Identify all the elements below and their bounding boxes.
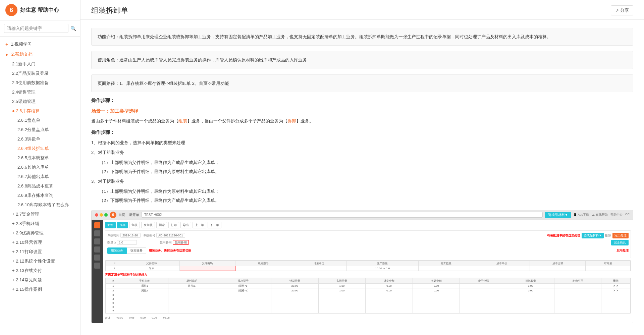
app-logo: 6 (5, 4, 17, 16)
screenshot-container: 6 自页 新开单 TEST-H002 选成品材料▼ 📱 App下载 ☁ 在线帮助… (91, 210, 633, 323)
step-2: 2、对于组装业务 (91, 149, 633, 156)
search-box[interactable]: 🔍 (0, 20, 80, 37)
ss-code-field: 单据编号 AD-20191226-001 (143, 233, 185, 238)
screenshot-new-tab-btn[interactable]: 选成品材料▼ (545, 212, 572, 218)
nav-label-docs: 2.帮助文档 (11, 51, 33, 57)
sidebar-item-stocktake[interactable]: 2.6.1盘点单 (0, 116, 80, 125)
ss-btn-new[interactable]: 新增 (105, 222, 116, 228)
ss-app-logo: 6 (110, 212, 116, 218)
sidebar-item-otherin[interactable]: 2.6.6其他入库单 (0, 163, 80, 172)
ss-type-disassemble-btn[interactable]: 拆卸业务 (127, 247, 146, 254)
sidebar-item-cost[interactable]: 2.6.5成本调整单 (0, 153, 80, 163)
ss-type-tabs: 组装业务 拆卸业务 (107, 247, 146, 254)
sidebar-item-stockquery[interactable]: 2.6.9库存账本查询 (0, 191, 80, 200)
sidebar-item-sysconfig[interactable]: + 2.12系统个性化设置 (0, 257, 80, 266)
close-control (95, 213, 98, 217)
sidebar-item-cases[interactable]: + 2.15操作案例 (0, 285, 80, 294)
search-icon[interactable]: 🔍 (70, 26, 76, 31)
ss-select-btn[interactable]: 选成品材料▼ (582, 233, 604, 238)
table-row: 5 (106, 301, 631, 305)
screenshot-body: 新增 保存 审核 反审核 删除 打印 导出 上一单 下一单 (92, 220, 633, 323)
ops-steps-title: 操作步骤： (91, 129, 633, 135)
table-row: 3 (106, 293, 631, 297)
sidebar-item-adjust[interactable]: 2.6.3调拨单 (0, 134, 80, 144)
ss-finish-field: 领用备用 领用备用 (160, 240, 189, 245)
sidebar-item-install[interactable]: 2.2产品安装及登录 (0, 69, 80, 78)
ss-nav-icon-2 (94, 230, 100, 236)
share-button[interactable]: ↗ 分享 (611, 5, 633, 15)
sidebar: 6 好生意 帮助中心 🔍 + 1.视频学习 ● 2.帮助文档 2.1新手入门 2… (0, 0, 80, 335)
browser-controls (95, 213, 108, 217)
ops-title: 操作步骤： (91, 98, 633, 104)
sidebar-item-sales[interactable]: 2.4销售管理 (0, 88, 80, 97)
sidebar-item-wrongaccount[interactable]: 2.6.10库存账本错了怎么办 (0, 200, 80, 210)
sidebar-item-onlinepay[interactable]: + 2.13在线支付 (0, 266, 80, 275)
ss-toolbar: 新增 保存 审核 反审核 删除 打印 导出 上一单 下一单 (105, 222, 631, 228)
ss-finish-val: 领用备用 (173, 240, 189, 245)
ss-btn-approve[interactable]: 审核 (129, 222, 140, 228)
step-3: 3、对于拆装业务 (91, 177, 633, 185)
ss-footer-total-label: 合计 (105, 316, 110, 320)
ss-nav-icon-3 (94, 238, 100, 244)
ss-type-assemble-btn[interactable]: 组装业务 (107, 247, 127, 254)
ss-upper-table-header: # 父件名称 父件编码 规格型号 计量单位 生产数量 完工数量 成本单价 成本金 (106, 261, 631, 266)
sidebar-item-newbie[interactable]: 2.1新手入门 (0, 59, 80, 69)
table-row: 2 属性2 （规格*1） 20.00 1.00 0.00 0.00 (106, 288, 631, 293)
sidebar-item-otherout[interactable]: 2.6.7其他出库单 (0, 172, 80, 181)
sidebar-item-coupon[interactable]: + 2.9优惠券管理 (0, 228, 80, 238)
ss-type-switch-row: 组装业务 拆卸业务 组装业务、拆卸业务在这里切换 启用处理 (107, 247, 629, 254)
table-row: 4 (106, 297, 631, 301)
ss-btn-unapprove[interactable]: 反审核 (141, 222, 155, 228)
nav-tree: + 1.视频学习 ● 2.帮助文档 2.1新手入门 2.2产品安装及登录 2.3… (0, 37, 80, 335)
sidebar-item-assemble[interactable]: 2.6.4组装拆卸单 (0, 144, 80, 153)
scene1-desc: 当由多个子件材料组装成一个成品的业务为【组装】业务，当由一个父件拆分成多个子产品… (91, 117, 633, 125)
info-text-path: 页面路径：1、库存核算->库存管理->组装拆卸单 2、首页->常用功能 (98, 81, 229, 86)
steps-list: 1、根据不同的业务，选择不同单据的类型来处理 2、对于组装业务 （1）上部明细为… (91, 139, 633, 205)
ss-btn-next[interactable]: 下一单 (208, 222, 221, 228)
table-row: 1 属性1 路径/1 （规格*1） 20.00 1.00 0.00 0.00 (106, 283, 631, 288)
ss-confirm-btn[interactable]: 完全确认 (611, 240, 629, 245)
sidebar-item-faq[interactable]: + 2.14常见问题 (0, 275, 80, 285)
sidebar-item-print[interactable]: + 2.11打印设置 (0, 247, 80, 257)
sidebar-item-ops[interactable]: + 2.10经营管理 (0, 238, 80, 247)
sidebar-item-finance[interactable]: + 2.7资金管理 (0, 210, 80, 219)
ss-btn-delete[interactable]: 删除 (156, 222, 167, 228)
page-title: 组装拆卸单 (91, 5, 128, 15)
ss-annotation-enable: 启用处理 (616, 248, 629, 253)
ss-date-label: 单据时间 (107, 233, 119, 238)
ss-upper-table: # 父件名称 父件编码 规格型号 计量单位 生产数量 完工数量 成本单价 成本金 (105, 261, 631, 271)
ss-nav-icon-6 (94, 263, 100, 269)
ss-footer-totals: 合计 ¥9.00 0.06 0.00 0.00 ¥0.08 (105, 315, 631, 321)
ss-content: 新增 保存 审核 反审核 删除 打印 导出 上一单 下一单 (103, 220, 633, 323)
ss-form-fields: 单据时间 2019-12-26 单据编号 AD-20191226-001 有装配… (105, 230, 631, 258)
ss-btn-print[interactable]: 打印 (168, 222, 179, 228)
ss-left-nav (92, 220, 103, 323)
ss-top-right: 📱 App下载 ☁ 在线帮助 帮助中心 CC (573, 213, 630, 217)
sidebar-item-predata[interactable]: 2.3使用前数据准备 (0, 78, 80, 88)
sidebar-item-portion[interactable]: 2.6.2分量盘点单 (0, 125, 80, 134)
ss-nav-icon-1 (94, 222, 100, 228)
info-block-path: 页面路径：1、库存核算->库存管理->组装拆卸单 2、首页->常用功能 (91, 74, 633, 92)
ss-code-label: 单据编号 (143, 233, 155, 238)
ss-complete-btn[interactable]: 完工处理 (612, 233, 629, 238)
screenshot-browser-bar: 6 自页 新开单 TEST-H002 选成品材料▼ 📱 App下载 ☁ 在线帮助… (92, 210, 633, 220)
search-input[interactable] (4, 24, 68, 33)
ss-app-nav: 自页 新开单 (118, 213, 139, 217)
scene1-title: 场景一：加工类型选择 (91, 108, 633, 114)
ss-btn-export[interactable]: 导出 (180, 222, 191, 228)
ss-code-val: AD-20191226-001 (156, 233, 185, 238)
ss-upper-table-container: # 父件名称 父件编码 规格型号 计量单位 生产数量 完工数量 成本单价 成本金 (105, 260, 631, 271)
ss-btn-prev[interactable]: 上一单 (193, 222, 206, 228)
sidebar-item-purchase[interactable]: 2.5采购管理 (0, 97, 80, 106)
ss-nav-icon-5 (94, 255, 100, 261)
sidebar-item-docs[interactable]: ● 2.帮助文档 (0, 49, 80, 59)
ss-nav-icon-4 (94, 246, 100, 253)
sidebar-item-inventory[interactable]: ● 2.6库存核算 (0, 106, 80, 116)
step-3-sub1: （1）上部明细为父件明细，最终作为原材料生成其它出库单； (99, 187, 633, 195)
sidebar-item-costrecalc[interactable]: 2.6.8商品成本重算 (0, 181, 80, 191)
sidebar-item-video[interactable]: + 1.视频学习 (0, 39, 80, 49)
sidebar-item-mobile[interactable]: + 2.8手机旺铺 (0, 219, 80, 228)
collapse-icon-docs: ● (5, 52, 8, 57)
step-2-sub1: （1）上部明细为父件明细，最终作为产成品生成其它入库单； (99, 159, 633, 166)
ss-btn-save[interactable]: 保存 (117, 222, 128, 228)
